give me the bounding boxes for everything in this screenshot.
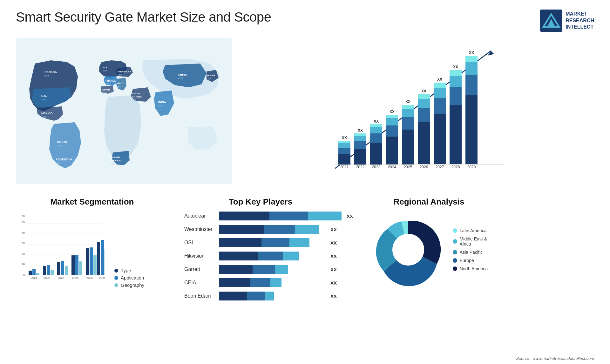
svg-text:xx%: xx% — [41, 116, 46, 118]
svg-rect-59 — [386, 115, 398, 118]
svg-text:U.K.: U.K. — [103, 66, 108, 69]
svg-rect-87 — [465, 75, 478, 95]
svg-rect-86 — [465, 95, 478, 164]
bar-seg1 — [219, 265, 253, 274]
legend-middle-east: Middle East &Africa — [453, 236, 488, 246]
segmentation-title: Market Segmentation — [16, 197, 168, 207]
svg-text:xx%: xx% — [111, 163, 115, 165]
player-bar — [219, 265, 325, 274]
regional-title: Regional Analysis — [394, 197, 464, 207]
svg-rect-38 — [338, 154, 350, 165]
bar-chart-svg: 2021 XX 2022 XX 2023 XX — [248, 41, 588, 187]
svg-text:XX: XX — [437, 77, 442, 82]
europe-dot — [453, 258, 457, 263]
player-value: XX — [330, 240, 337, 246]
svg-text:BRAZIL: BRAZIL — [57, 140, 68, 144]
header: Smart Security Gate Market Size and Scop… — [16, 10, 594, 32]
svg-text:2023: 2023 — [372, 165, 381, 169]
svg-text:2025: 2025 — [404, 165, 412, 169]
segmentation-section: Market Segmentation 0 10 20 30 40 50 60 — [16, 197, 168, 305]
svg-text:2024: 2024 — [72, 276, 78, 280]
svg-rect-70 — [418, 99, 430, 108]
svg-point-131 — [392, 234, 424, 266]
svg-text:XX: XX — [469, 51, 474, 55]
type-dot — [114, 269, 118, 273]
bar-seg1 — [219, 238, 261, 247]
key-players-section: Top Key Players Autoclear XX Westminster — [178, 197, 343, 305]
svg-text:XX: XX — [342, 136, 347, 140]
player-value: XX — [347, 213, 353, 219]
svg-text:2025: 2025 — [86, 276, 93, 280]
svg-text:xx%: xx% — [117, 85, 121, 88]
player-name: Autoclear — [184, 213, 216, 219]
bar-seg2 — [261, 238, 289, 247]
bar-seg3 — [289, 238, 309, 247]
logo-text: MARKETRESEARCHINTELLECT — [566, 11, 594, 30]
latin-america-dot — [453, 228, 457, 233]
svg-text:xx%: xx% — [105, 83, 110, 85]
map-svg: CANADA xx% U.S. xx% MEXICO xx% BRAZIL xx… — [16, 38, 232, 184]
svg-text:2024: 2024 — [388, 165, 396, 169]
svg-rect-53 — [370, 124, 382, 127]
player-bar — [219, 225, 325, 234]
svg-rect-44 — [354, 149, 366, 165]
bottom-grid: Market Segmentation 0 10 20 30 40 50 60 — [16, 197, 594, 305]
svg-rect-45 — [354, 141, 366, 149]
svg-rect-58 — [386, 118, 398, 125]
svg-marker-37 — [488, 51, 494, 56]
player-bar — [219, 292, 325, 300]
svg-text:ARGENTINA: ARGENTINA — [56, 158, 73, 161]
player-name: Westminster — [184, 226, 216, 232]
bar-seg1 — [219, 225, 264, 234]
svg-rect-117 — [65, 266, 68, 275]
svg-rect-125 — [93, 255, 97, 275]
svg-text:2022: 2022 — [44, 276, 50, 280]
svg-text:xx%: xx% — [158, 104, 163, 107]
player-row: Autoclear XX — [184, 212, 337, 220]
bar-chart-section: 2021 XX 2022 XX 2023 XX — [241, 38, 594, 194]
svg-rect-83 — [450, 70, 462, 76]
svg-text:xx%: xx% — [44, 74, 49, 77]
svg-rect-121 — [79, 261, 82, 275]
svg-text:SAUDI: SAUDI — [132, 92, 140, 95]
svg-text:ARABIA: ARABIA — [132, 95, 142, 98]
svg-text:2021: 2021 — [340, 165, 349, 169]
bar-seg2 — [250, 278, 270, 287]
svg-rect-39 — [338, 148, 350, 154]
svg-rect-116 — [61, 261, 64, 275]
svg-text:2027: 2027 — [436, 165, 444, 169]
seg-legend-application: Application — [114, 275, 144, 280]
svg-text:FRANCE: FRANCE — [105, 79, 116, 82]
bar-seg2 — [247, 292, 265, 300]
svg-rect-80 — [450, 105, 462, 164]
svg-rect-127 — [97, 242, 100, 275]
svg-rect-111 — [43, 266, 46, 275]
player-name: Boon Edam — [184, 293, 216, 299]
svg-rect-74 — [434, 114, 446, 164]
legend-north-america: North America — [453, 266, 488, 271]
bar-seg1 — [219, 252, 258, 260]
svg-rect-52 — [370, 127, 382, 133]
svg-rect-40 — [338, 143, 350, 148]
geography-dot — [114, 283, 118, 287]
svg-rect-88 — [465, 62, 478, 75]
bar-seg1 — [219, 212, 269, 220]
player-bar — [219, 238, 325, 247]
svg-text:CHINA: CHINA — [178, 73, 187, 76]
source-text: Source : www.marketresearchintellect.com — [516, 356, 594, 361]
svg-rect-64 — [402, 109, 414, 117]
svg-rect-108 — [32, 269, 36, 275]
player-bar — [219, 212, 342, 220]
svg-rect-81 — [450, 87, 462, 105]
svg-text:xx%: xx% — [57, 144, 62, 147]
bar-seg3 — [275, 265, 288, 274]
svg-rect-63 — [402, 117, 414, 130]
svg-rect-41 — [338, 141, 350, 143]
svg-text:XX: XX — [374, 119, 379, 124]
svg-text:U.S.: U.S. — [41, 94, 47, 98]
svg-rect-124 — [90, 247, 93, 275]
svg-rect-123 — [86, 248, 89, 275]
player-bar — [219, 252, 325, 260]
svg-text:2029: 2029 — [467, 165, 476, 169]
svg-text:60: 60 — [22, 215, 25, 218]
